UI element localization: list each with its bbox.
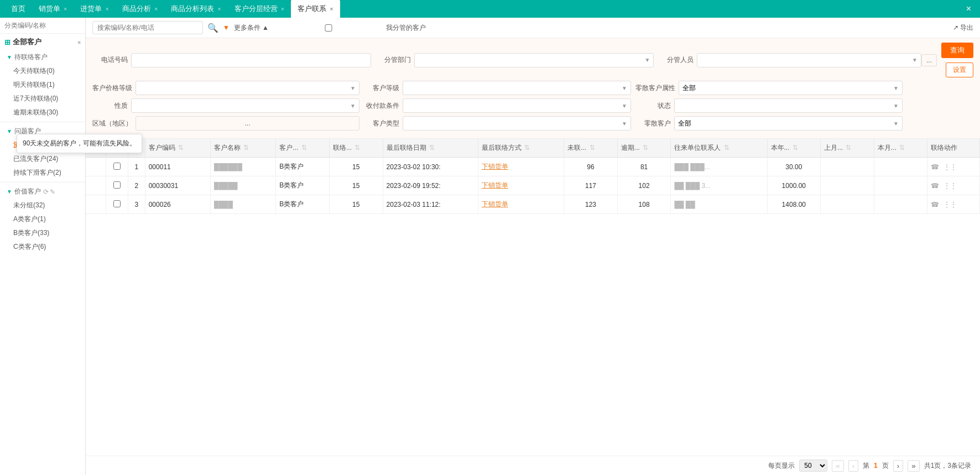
sidebar-item-churned[interactable]: 已流失客户(24) <box>0 152 85 166</box>
td-last-way-2: 下销货单 <box>478 195 564 214</box>
query-button[interactable]: 查询 <box>941 43 973 58</box>
close-customer-contact-tab[interactable]: × <box>330 6 333 12</box>
th-type[interactable]: 客户... ⇅ <box>276 139 330 158</box>
nav-tab-customer-tier[interactable]: 客户分层经营 × <box>228 0 291 18</box>
my-customers-checkbox[interactable]: 我分管的客户 <box>273 23 426 33</box>
dept-arrow: ▼ <box>644 57 650 63</box>
action-more-icon-0[interactable]: ⋮⋮ <box>943 163 957 171</box>
customer-type-select[interactable]: ▼ <box>403 116 631 131</box>
sidebar-item-overdue[interactable]: 逾期未联络(30) <box>0 106 85 119</box>
my-customers-check[interactable] <box>273 24 384 32</box>
sidebar-item-declining[interactable]: 持续下滑客户(2) <box>0 166 85 180</box>
customer-level-select[interactable]: ▼ <box>403 81 631 95</box>
refresh-icon[interactable]: ⟳ <box>43 188 49 196</box>
td-code-1: 00030031 <box>145 176 210 195</box>
close-sales-tab[interactable]: × <box>64 6 67 12</box>
sidebar-item-ungrouped[interactable]: 未分组(32) <box>0 199 85 212</box>
td-contact-2: 15 <box>329 195 383 214</box>
nature-select[interactable]: ▼ <box>131 98 359 113</box>
retail-customer-select[interactable]: 全部 ▼ <box>674 116 903 131</box>
more-conditions-button[interactable]: 更多条件 ▲ <box>234 23 269 33</box>
sidebar-item-c-class[interactable]: C类客户(6) <box>0 240 85 254</box>
filter-row-1: 电话号码 分管部门 ▼ 分管人员 ▼ ... <box>92 43 973 77</box>
th-action: 联络动作 <box>927 139 980 158</box>
nav-tab-sales[interactable]: 销货单 × <box>32 0 74 18</box>
search-input[interactable] <box>92 21 203 34</box>
last-way-link-1[interactable]: 下销货单 <box>482 181 508 189</box>
td-action-2: ☎ ⋮⋮ <box>927 195 980 214</box>
th-name[interactable]: 客户名称 ⇅ <box>211 139 276 158</box>
main-layout: 🔍 ⊞ 全部客户 « ▼ 待联络客户 今天待联络(0) 明天待联络(1) 近7天… <box>0 18 980 475</box>
th-contact[interactable]: 联络... ⇅ <box>329 139 383 158</box>
close-analysis-tab[interactable]: × <box>154 6 158 12</box>
row-checkbox-1[interactable] <box>113 181 121 189</box>
last-way-link-2[interactable]: 下销货单 <box>482 200 508 208</box>
sidebar-item-tomorrow[interactable]: 明天待联络(1) <box>0 78 85 92</box>
person-select[interactable]: ▼ <box>697 53 921 67</box>
th-not-contacted[interactable]: 未联... ⇅ <box>564 139 618 158</box>
th-last-contact-way[interactable]: 最后联络方式 ⇅ <box>478 139 564 158</box>
nav-tab-customer-contact[interactable]: 客户联系 × <box>291 0 340 18</box>
all-customers-header[interactable]: ⊞ 全部客户 « <box>0 34 85 50</box>
triangle-value: ▼ <box>7 189 12 195</box>
close-purchase-tab[interactable]: × <box>105 6 108 12</box>
action-contact-icon-2[interactable]: ☎ <box>931 201 939 208</box>
close-analysis-list-tab[interactable]: × <box>217 6 221 12</box>
filter-row-3: 性质 ▼ 收付款条件 ▼ 状态 <box>92 98 973 113</box>
dept-select[interactable]: ▼ <box>414 53 654 67</box>
td-last-way-0: 下销货单 <box>478 158 564 176</box>
th-this-month[interactable]: 本月... ⇅ <box>874 139 927 158</box>
row-checkbox-0[interactable] <box>113 163 121 170</box>
action-more-icon-2[interactable]: ⋮⋮ <box>943 201 957 208</box>
status-select[interactable]: ▼ <box>674 98 903 113</box>
td-type-2: B类客户 <box>276 195 330 214</box>
sidebar-item-a-class[interactable]: A类客户(1) <box>0 212 85 226</box>
first-page-button[interactable]: « <box>832 460 843 472</box>
last-page-button[interactable]: » <box>908 460 919 472</box>
phone-input[interactable] <box>131 53 371 67</box>
payment-select[interactable]: ▼ <box>403 98 631 113</box>
sidebar-item-b-class[interactable]: B类客户(33) <box>0 226 85 240</box>
td-settings-1 <box>86 176 106 195</box>
per-page-select[interactable]: 50 100 200 <box>799 460 827 472</box>
nav-tab-analysis-list[interactable]: 商品分析列表 × <box>164 0 227 18</box>
th-code[interactable]: 客户编码 ⇅ <box>145 139 210 158</box>
td-action-0: ☎ ⋮⋮ <box>927 158 980 176</box>
row-checkbox-2[interactable] <box>113 200 121 207</box>
edit-icon[interactable]: ✎ <box>50 188 55 196</box>
region-more-btn[interactable]: ... <box>135 116 359 131</box>
th-overdue[interactable]: 逾期... ⇅ <box>617 139 671 158</box>
price-level-select[interactable]: ▼ <box>135 81 359 95</box>
sidebar-search-input[interactable] <box>4 22 86 29</box>
nav-tab-purchase[interactable]: 进货单 × <box>74 0 115 18</box>
td-checkbox-1 <box>106 176 128 195</box>
person-more-btn[interactable]: ... <box>921 54 937 66</box>
sidebar-item-today[interactable]: 今天待联络(0) <box>0 64 85 78</box>
nav-tab-analysis[interactable]: 商品分析 × <box>116 0 164 18</box>
close-all-button[interactable]: × <box>962 4 976 14</box>
customer-type-arrow: ▼ <box>622 121 627 127</box>
action-contact-icon-0[interactable]: ☎ <box>931 163 939 171</box>
group-pending-header[interactable]: ▼ 待联络客户 <box>0 50 85 64</box>
settings-button[interactable]: 设置 <box>946 62 973 77</box>
action-contact-icon-1[interactable]: ☎ <box>931 182 939 190</box>
action-more-icon-1[interactable]: ⋮⋮ <box>943 182 957 190</box>
customer-table: ⚙ 客户编码 ⇅ 客户名称 ⇅ 客户... ⇅ 联络... ⇅ 最后联络日期 ⇅… <box>86 139 980 214</box>
prev-page-button[interactable]: ‹ <box>848 460 858 472</box>
sidebar-search-area: 🔍 <box>0 18 85 34</box>
retail-attr-select[interactable]: 全部 ▼ <box>679 81 903 95</box>
td-name-1: █████ <box>211 176 276 195</box>
th-unit-contact[interactable]: 往来单位联系人 ⇅ <box>671 139 767 158</box>
close-customer-tier-tab[interactable]: × <box>281 6 284 12</box>
sidebar-item-7days[interactable]: 近7天待联络(0) <box>0 92 85 106</box>
group-value-header[interactable]: ▼ 价值客户 ⟳ ✎ <box>0 185 85 199</box>
nav-tab-home[interactable]: 首页 <box>4 0 32 18</box>
next-page-button[interactable]: › <box>893 460 903 472</box>
th-this-year[interactable]: 本年... ⇅ <box>767 139 821 158</box>
search-button[interactable]: 🔍 <box>207 23 218 33</box>
th-last-month[interactable]: 上月... ⇅ <box>821 139 874 158</box>
last-way-link-0[interactable]: 下销货单 <box>482 163 508 170</box>
td-last-date-1: 2023-02-09 19:52: <box>383 176 478 195</box>
th-last-contact-date[interactable]: 最后联络日期 ⇅ <box>383 139 478 158</box>
export-button[interactable]: ↗ 导出 <box>953 23 973 33</box>
